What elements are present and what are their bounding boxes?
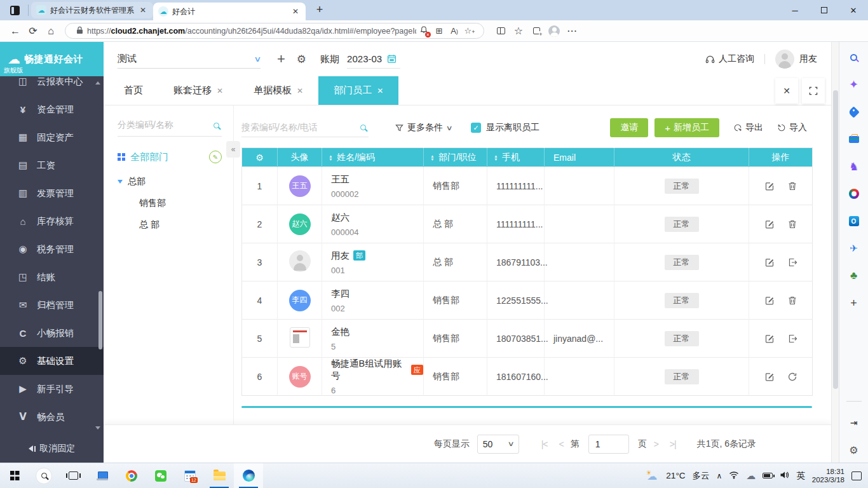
sort-control[interactable]: ▲▼ — [329, 154, 333, 161]
sidebar-scroll-down-icon[interactable] — [95, 426, 100, 430]
home-button[interactable]: ⌂ — [42, 23, 60, 39]
math-solver-icon[interactable]: ⊞ — [431, 26, 447, 36]
sidebar-item-settings[interactable]: ⚙基础设置 — [0, 347, 104, 375]
temperature[interactable]: 21°C — [666, 471, 685, 480]
tree-node-parent[interactable]: 总部 — [118, 176, 222, 187]
user-name[interactable]: 用友 — [799, 53, 817, 65]
sidebar-item-payroll[interactable]: ▤工资 — [0, 151, 104, 179]
scrollbar-thumb[interactable] — [833, 90, 838, 389]
shopping-icon[interactable] — [848, 105, 860, 118]
close-all-tabs-button[interactable]: ✕ — [775, 78, 798, 104]
last-page-button[interactable]: >| — [670, 439, 676, 449]
drop-icon[interactable]: ✈ — [848, 242, 860, 255]
wechat-button[interactable] — [146, 463, 175, 488]
sidebar-item-cloud-reports[interactable]: ◫云报表中心 — [0, 76, 104, 95]
edit-icon[interactable] — [764, 372, 775, 382]
edit-icon[interactable] — [764, 295, 775, 306]
sidebar-item-inventory[interactable]: ⌂库存核算 — [0, 207, 104, 235]
lock-icon[interactable] — [72, 26, 87, 36]
this-pc-button[interactable] — [88, 463, 117, 488]
tree-search-input[interactable]: 分类编码/名称 — [118, 119, 222, 137]
clock[interactable]: 18:312023/3/18 — [812, 468, 844, 484]
edit-icon[interactable] — [764, 181, 775, 191]
file-explorer-button[interactable] — [205, 463, 234, 488]
close-tab-icon[interactable]: ✕ — [217, 86, 223, 95]
close-tab-icon[interactable]: ✕ — [377, 86, 383, 95]
fullscreen-button[interactable] — [802, 78, 825, 104]
invite-button[interactable]: 邀请 — [610, 118, 648, 137]
sort-control[interactable]: ▲▼ — [494, 154, 498, 161]
outlook-icon[interactable]: O — [848, 215, 860, 227]
collections-icon[interactable] — [527, 23, 545, 39]
read-aloud-icon[interactable]: A) — [447, 26, 462, 36]
tree-root-row[interactable]: 全部部门 ✎ — [118, 151, 222, 163]
copilot-icon[interactable]: ✦ — [848, 78, 860, 91]
minimize-button[interactable]: ─ — [780, 0, 810, 20]
edit-icon[interactable] — [764, 219, 775, 229]
new-tab-button[interactable]: + — [312, 3, 327, 17]
table-horizontal-scrollbar[interactable] — [241, 406, 812, 408]
account-set-selector[interactable]: 测试 ∨ — [118, 50, 261, 69]
tab-voucher-template[interactable]: 单据模板✕ — [238, 76, 318, 105]
first-page-button[interactable]: |< — [541, 439, 548, 449]
delete-icon[interactable] — [787, 219, 797, 229]
battery-icon[interactable] — [763, 473, 773, 478]
sidebar-item-tax[interactable]: ◉税务管理 — [0, 235, 104, 263]
toolbox-icon[interactable] — [848, 133, 860, 146]
import-button[interactable]: 导入 — [777, 122, 807, 133]
sidebar-item-funds[interactable]: ¥资金管理 — [0, 95, 104, 123]
table-row[interactable]: 4 李四 李四002 销售部 122551555... 正常 — [242, 281, 813, 320]
favorites-icon[interactable]: ☆ — [510, 23, 527, 39]
add-account-set-button[interactable]: + — [277, 51, 285, 67]
sidebar-item-archive[interactable]: ✉归档管理 — [0, 291, 104, 319]
delete-icon[interactable] — [787, 295, 797, 306]
per-page-select[interactable]: 50∨ — [477, 435, 519, 454]
weather-icon[interactable]: ☀☁ — [645, 471, 659, 481]
close-tab-icon[interactable]: ✕ — [297, 86, 303, 95]
tab-department-employee[interactable]: 部门员工✕ — [318, 76, 398, 105]
sort-control[interactable]: ▲▼ — [430, 154, 435, 161]
export-button[interactable]: 导出 — [733, 122, 763, 133]
onedrive-icon[interactable]: ☁ — [746, 470, 756, 482]
table-row[interactable]: 6 账号 畅捷通B组试用账号应6 销售部 181607160... 正常 — [242, 358, 813, 396]
action-center-icon[interactable] — [851, 471, 862, 480]
input-method[interactable]: 英 — [796, 470, 805, 482]
period-selector[interactable]: 2023-03 — [347, 50, 400, 69]
account-settings-icon[interactable]: ⚙ — [297, 53, 306, 66]
add-sidebar-app-icon[interactable]: + — [848, 297, 860, 309]
sidebar-item-fixed-assets[interactable]: ▦固定资产 — [0, 123, 104, 151]
back-button[interactable]: ← — [6, 23, 24, 39]
table-row[interactable]: 2 赵六 赵六000004 总 部 111111111... 正常 — [242, 205, 813, 243]
edit-departments-icon[interactable]: ✎ — [209, 151, 222, 163]
expand-caret-icon[interactable] — [118, 180, 123, 184]
collapse-panel-button[interactable]: « — [226, 141, 240, 158]
add-employee-button[interactable]: +新增员工 — [654, 118, 719, 137]
column-settings-button[interactable]: ⚙ — [242, 148, 278, 167]
url-text[interactable]: https://cloud2.chanjet.com/accounting/uh… — [87, 27, 416, 36]
table-row[interactable]: 5 金艳5 销售部 180703851... jinyanad@... 正常 — [242, 320, 813, 358]
refresh-button[interactable]: ⟳ — [24, 23, 42, 39]
taskbar-search-button[interactable] — [29, 463, 58, 488]
sidebar-scrollbar[interactable] — [98, 291, 102, 349]
edge-button[interactable] — [234, 463, 263, 488]
table-row[interactable]: 1 王五 王五000002 销售部 111111111... 正常 — [242, 167, 813, 205]
browser-menu-icon[interactable]: ⋯ — [563, 23, 581, 39]
favorite-add-icon[interactable]: ☆+ — [462, 26, 477, 36]
sidebar-scroll-up-icon[interactable] — [95, 81, 100, 85]
chrome-button[interactable] — [117, 463, 146, 488]
prev-page-button[interactable]: < — [559, 439, 563, 449]
sidebar-toggle-icon[interactable]: ⇥ — [848, 416, 860, 429]
notifications-blocked-icon[interactable]: ✕ — [416, 25, 431, 36]
user-avatar[interactable] — [775, 50, 794, 69]
maximize-button[interactable] — [810, 0, 839, 20]
tab-close-icon[interactable]: ✕ — [290, 7, 301, 16]
games-icon[interactable]: ♞ — [848, 160, 860, 173]
sidebar-item-guide[interactable]: ▶新手引导 — [0, 375, 104, 403]
sidebar-settings-icon[interactable]: ⚙ — [848, 444, 860, 456]
sidebar-item-member[interactable]: Ⅴ畅会员 — [0, 403, 104, 431]
unpin-sidebar-button[interactable]: 取消固定 — [0, 435, 104, 463]
table-row[interactable]: 3 用友部001 总 部 186791103... 正常 — [242, 243, 813, 281]
sidebar-item-invoice[interactable]: ▥发票管理 — [0, 179, 104, 207]
task-view-button[interactable] — [58, 463, 88, 488]
tree-node-hq[interactable]: 总 部 — [118, 219, 222, 231]
